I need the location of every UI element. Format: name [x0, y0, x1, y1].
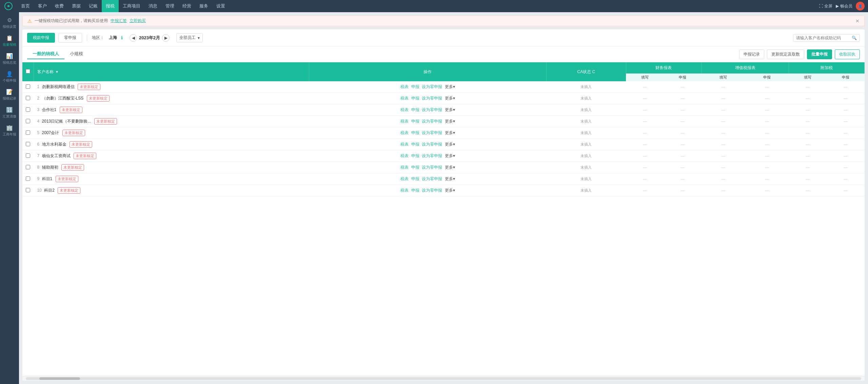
vat-fill-cell: — [702, 185, 745, 196]
more-link[interactable]: 更多▾ [445, 119, 455, 124]
nav-service[interactable]: 服务 [195, 0, 212, 12]
tax-table-link[interactable]: 税表 [400, 142, 409, 147]
additional-tax-header: 附加税 [789, 62, 865, 73]
nav-ops[interactable]: 经营 [178, 0, 195, 12]
set-zero-link[interactable]: 设为零申报 [422, 165, 442, 170]
info-icon[interactable]: ℹ [121, 35, 123, 40]
retrieve-return-button[interactable]: 收取回执 [835, 49, 860, 59]
banner-close-button[interactable]: ✕ [855, 18, 860, 24]
tax-table-link[interactable]: 税表 [400, 176, 409, 181]
more-link[interactable]: 更多▾ [445, 153, 455, 158]
tab-small-scale[interactable]: 小规模 [64, 49, 88, 59]
set-zero-link[interactable]: 设为零申报 [422, 142, 442, 147]
fin-fill-cell: — [626, 139, 664, 150]
row-checkbox[interactable] [26, 142, 30, 146]
set-zero-link[interactable]: 设为零申报 [422, 188, 442, 193]
set-zero-link[interactable]: 设为零申报 [422, 84, 442, 89]
row-checkbox[interactable] [26, 96, 30, 100]
sidebar-item-batch-tax[interactable]: 📋 批量报税 [0, 31, 19, 49]
tab-tax-declaration[interactable]: 税款申报 [27, 33, 55, 43]
sort-icon[interactable]: ▾ [56, 69, 58, 74]
nav-billing[interactable]: 收费 [51, 0, 68, 12]
search-icon[interactable]: 🔍 [852, 36, 857, 40]
nav-manage[interactable]: 管理 [161, 0, 178, 12]
set-zero-link[interactable]: 设为零申报 [422, 130, 442, 135]
nav-home[interactable]: 首页 [17, 0, 34, 12]
declare-link[interactable]: 申报 [411, 119, 419, 124]
nav-tax[interactable]: 报税 [102, 0, 119, 12]
set-zero-link[interactable]: 设为零申报 [422, 153, 442, 158]
user-avatar[interactable]: 👤 [856, 2, 865, 10]
set-zero-link[interactable]: 设为零申报 [422, 107, 442, 112]
more-link[interactable]: 更多▾ [445, 142, 455, 147]
tax-table-link[interactable]: 税表 [400, 188, 409, 193]
employee-filter[interactable]: 全部员工 ▾ [176, 33, 203, 42]
client-name: 科目1 [42, 176, 53, 181]
set-zero-link[interactable]: 设为零申报 [422, 176, 442, 181]
tab-general-taxpayer[interactable]: 一般的纳税人 [27, 49, 64, 59]
declare-link[interactable]: 申报 [411, 188, 419, 193]
tab-zero-declaration[interactable]: 零申报 [58, 33, 82, 43]
declare-link[interactable]: 申报 [411, 176, 419, 181]
more-link[interactable]: 更多▾ [445, 188, 455, 193]
row-checkbox[interactable] [26, 84, 30, 89]
row-checkbox[interactable] [26, 119, 30, 123]
declare-link[interactable]: 申报 [411, 107, 419, 112]
sidebar-item-tax-records[interactable]: 📝 报税记录 [0, 85, 19, 103]
sidebar-item-business-report[interactable]: 🏢 工商年报 [0, 121, 19, 139]
row-index: 5 [37, 130, 40, 135]
row-checkbox[interactable] [26, 165, 30, 169]
more-link[interactable]: 更多▾ [445, 96, 455, 101]
more-link[interactable]: 更多▾ [445, 107, 455, 112]
date-prev-button[interactable]: ◀ [130, 34, 137, 42]
sidebar-item-calc-clear[interactable]: 🔢 汇算清缴 [0, 103, 19, 121]
nav-clients[interactable]: 客户 [34, 0, 51, 12]
banner-link2[interactable]: 立即购买 [130, 18, 146, 24]
batch-declaration-button[interactable]: 批量申报 [807, 49, 832, 59]
tax-table-link[interactable]: 税表 [400, 107, 409, 112]
set-zero-link[interactable]: 设为零申报 [422, 119, 442, 124]
declare-link[interactable]: 申报 [411, 96, 419, 101]
more-link[interactable]: 更多▾ [445, 165, 455, 170]
declare-link[interactable]: 申报 [411, 153, 419, 158]
nav-settings[interactable]: 设置 [212, 0, 229, 12]
tax-table-link[interactable]: 税表 [400, 165, 409, 170]
declaration-records-button[interactable]: 申报记录 [739, 49, 764, 59]
nav-business[interactable]: 工商项目 [119, 0, 144, 12]
select-all-checkbox[interactable] [26, 69, 30, 73]
tax-table-link[interactable]: 税表 [400, 153, 409, 158]
row-checkbox[interactable] [26, 130, 30, 135]
sidebar-item-tax-overview[interactable]: 📊 报税总览 [0, 49, 19, 67]
vat-dec-cell: — [745, 185, 789, 196]
tax-table-link[interactable]: 税表 [400, 84, 409, 89]
more-link[interactable]: 更多▾ [445, 84, 455, 89]
sidebar-item-personal-tax[interactable]: 👤 个税申报 [0, 67, 19, 85]
tax-table-link[interactable]: 税表 [400, 130, 409, 135]
scroll-thumb[interactable] [39, 377, 80, 380]
tax-table-link[interactable]: 税表 [400, 96, 409, 101]
declare-link[interactable]: 申报 [411, 130, 419, 135]
declare-link[interactable]: 申报 [411, 84, 419, 89]
tax-table-link[interactable]: 税表 [400, 119, 409, 124]
nav-bookkeeping[interactable]: 记账 [85, 0, 102, 12]
banner-link1[interactable]: 申报汇签 [111, 18, 127, 24]
more-link[interactable]: 更多▾ [445, 130, 455, 135]
row-checkbox[interactable] [26, 188, 30, 192]
search-input[interactable] [796, 36, 850, 40]
declare-link[interactable]: 申报 [411, 165, 419, 170]
declare-link[interactable]: 申报 [411, 142, 419, 147]
vat-dec-cell: — [745, 173, 789, 185]
row-checkbox[interactable] [26, 107, 30, 112]
nav-messages[interactable]: 消息 [144, 0, 161, 12]
fullscreen-button[interactable]: ⛶ 全屏 [819, 3, 832, 9]
client-name-cell: 10 科目2 未更新核定 [34, 185, 309, 196]
set-zero-link[interactable]: 设为零申报 [422, 96, 442, 101]
row-checkbox[interactable] [26, 153, 30, 158]
row-checkbox[interactable] [26, 176, 30, 181]
update-stats-button[interactable]: 更新统定及取数 [767, 49, 804, 59]
nav-invoices[interactable]: 票据 [68, 0, 85, 12]
upgrade-button[interactable]: ▶ 畅会员 [836, 3, 852, 9]
sidebar-item-tax-settings[interactable]: ⚙ 报税设置 [0, 14, 19, 31]
date-next-button[interactable]: ▶ [162, 34, 170, 42]
more-link[interactable]: 更多▾ [445, 176, 455, 181]
